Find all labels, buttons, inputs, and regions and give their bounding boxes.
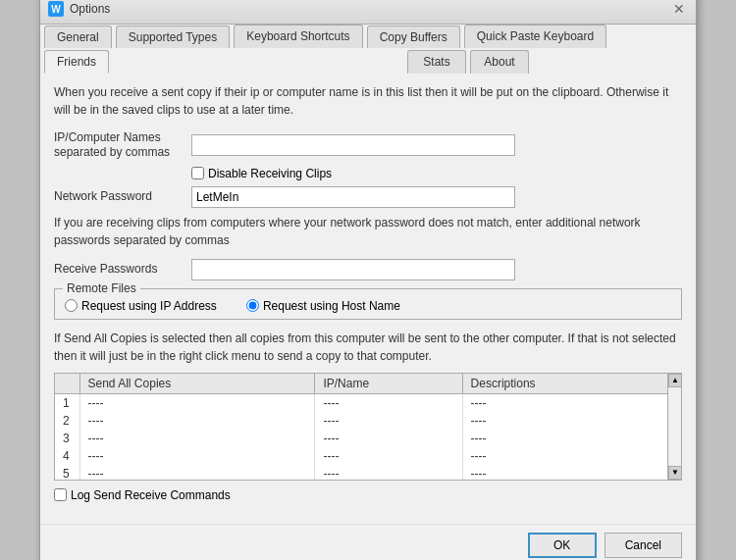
title-bar: W Options ✕ [40,0,696,25]
row-send-all: ---- [79,412,315,430]
footer: OK Cancel [40,524,696,560]
tabs-row-2: Friends Stats About [44,50,692,74]
radio-row: Request using IP Address Request using H… [65,295,671,313]
row-send-all: ---- [79,393,315,412]
row-desc: ---- [462,430,681,447]
disable-receiving-row: Disable Receiving Clips [191,167,682,180]
network-password-row: Network Password [54,186,682,208]
data-table-container: Send All Copies IP/Name Descriptions 1 -… [54,373,682,481]
tab-supported-types[interactable]: Supported Types [116,25,231,48]
row-ip: ---- [315,465,462,481]
row-desc: ---- [462,447,681,465]
row-num: 4 [55,447,79,465]
tab-general[interactable]: General [44,25,112,48]
row-num: 5 [55,465,79,481]
radio-ip-input[interactable] [65,299,78,312]
ip-input[interactable] [191,134,515,156]
col-num [55,374,79,394]
tabs-wrapper: General Supported Types Keyboard Shortcu… [40,25,696,73]
tab-keyboard-shortcuts[interactable]: Keyboard Shortcuts [234,25,362,47]
log-row: Log Send Receive Commands [54,488,682,502]
tab-quick-paste[interactable]: Quick Paste Keyboard [464,25,606,47]
log-label: Log Send Receive Commands [71,488,231,502]
disable-receiving-checkbox[interactable] [191,167,204,179]
table-row: 3 ---- ---- ---- [55,430,681,447]
col-desc: Descriptions [462,374,681,394]
row-desc: ---- [462,393,681,412]
radio-host-input[interactable] [246,299,259,312]
row-send-all: ---- [79,430,315,447]
scrollbar-track: ▲ ▼ [667,374,681,480]
main-content: When you receive a sent copy if their ip… [40,74,696,524]
table-row: 4 ---- ---- ---- [55,447,681,465]
tab-copy-buffers[interactable]: Copy Buffers [367,25,460,48]
scroll-up-button[interactable]: ▲ [668,374,682,387]
row-num: 1 [55,393,79,412]
col-ip: IP/Name [315,374,462,394]
data-table: Send All Copies IP/Name Descriptions 1 -… [55,374,681,481]
title-bar-left: W Options [48,1,110,17]
tab-friends[interactable]: Friends [44,50,109,74]
network-label: Network Password [54,189,191,205]
receive-label: Receive Passwords [54,262,191,278]
options-window: W Options ✕ General Supported Types Keyb… [39,0,697,560]
table-row: 1 ---- ---- ---- [55,393,681,412]
row-send-all: ---- [79,447,315,465]
window-title: Options [70,2,110,16]
remote-files-legend: Remote Files [63,281,140,295]
radio-host-name: Request using Host Name [246,299,400,313]
description-text: When you receive a sent copy if their ip… [54,83,682,119]
table-row: 5 ---- ---- ---- [55,465,681,481]
receive-input[interactable] [191,259,515,280]
table-body: 1 ---- ---- ---- 2 ---- ---- ---- 3 ----… [55,393,681,481]
radio-ip-label: Request using IP Address [81,299,217,313]
network-input[interactable] [191,186,515,208]
app-icon: W [48,1,64,17]
row-ip: ---- [315,430,462,447]
row-desc: ---- [462,465,681,481]
tab-about[interactable]: About [470,50,529,74]
disable-receiving-label: Disable Receiving Clips [208,167,332,180]
radio-ip-address: Request using IP Address [65,299,217,313]
row-ip: ---- [315,447,462,465]
ip-names-row: IP/Computer Names separated by commas [54,130,682,161]
tab-stats[interactable]: Stats [407,50,466,74]
col-send-all: Send All Copies [79,374,315,394]
receive-passwords-row: Receive Passwords [54,259,682,280]
remote-files-group: Remote Files Request using IP Address Re… [54,288,682,320]
send-info-text: If Send All Copies is selected then all … [54,330,682,365]
row-ip: ---- [315,412,462,430]
row-send-all: ---- [79,465,315,481]
row-num: 2 [55,412,79,430]
scroll-down-button[interactable]: ▼ [668,466,682,480]
ip-label: IP/Computer Names separated by commas [54,130,191,161]
radio-host-label: Request using Host Name [263,299,400,313]
close-button[interactable]: ✕ [670,0,688,18]
cancel-button[interactable]: Cancel [605,533,682,558]
row-ip: ---- [315,393,462,412]
log-checkbox[interactable] [54,488,67,501]
row-num: 3 [55,430,79,447]
ok-button[interactable]: OK [528,533,597,558]
table-header-row: Send All Copies IP/Name Descriptions [55,374,681,394]
row-desc: ---- [462,412,681,430]
tabs-row-1: General Supported Types Keyboard Shortcu… [44,25,692,47]
table-row: 2 ---- ---- ---- [55,412,681,430]
secondary-text: If you are receiving clips from computer… [54,214,682,249]
